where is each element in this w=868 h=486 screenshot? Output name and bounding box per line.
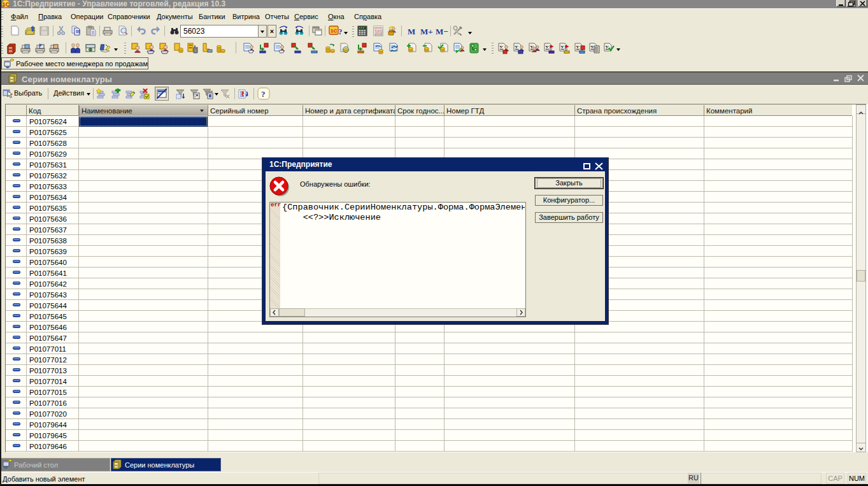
svg-text:Σ: Σ — [499, 45, 503, 51]
svg-text:1С: 1С — [331, 28, 337, 34]
svg-text:1C: 1C — [2, 1, 10, 8]
svg-text:Σ: Σ — [545, 45, 549, 51]
svg-text:Σ: Σ — [560, 45, 564, 51]
svg-text:?: ? — [261, 89, 266, 99]
svg-text:Σ: Σ — [605, 45, 609, 51]
svg-text:?: ? — [338, 27, 343, 36]
svg-text:Σ: Σ — [515, 45, 518, 51]
svg-text:Σ: Σ — [576, 45, 580, 51]
svg-text:$: $ — [90, 48, 92, 52]
